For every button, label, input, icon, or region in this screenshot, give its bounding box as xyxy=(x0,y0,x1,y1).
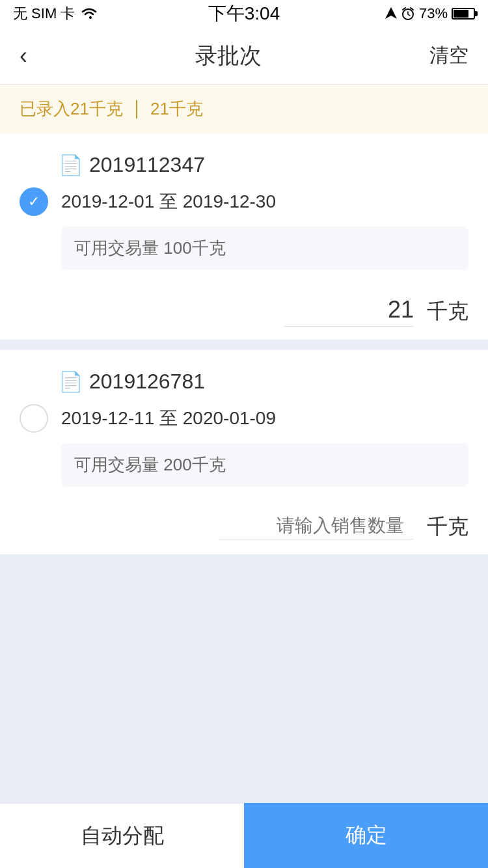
input-line-2 xyxy=(219,539,414,539)
batch-item-2: 📄 2019126781 2019-12-11 至 2020-01-09 可用交… xyxy=(0,350,488,500)
status-time: 下午3:04 xyxy=(208,1,280,26)
banner-divider xyxy=(136,100,137,118)
batch-id-row-1: 📄 2019112347 xyxy=(59,153,468,177)
battery-percent: 73% xyxy=(419,5,448,22)
batch-available-1: 可用交易量 100千克 xyxy=(61,226,468,270)
amount-wrapper-1: 21 xyxy=(284,296,414,327)
batch-date-row-1: ✓ 2019-12-01 至 2019-12-30 xyxy=(20,187,468,216)
status-right: 73% xyxy=(385,5,475,22)
batch-card-2: 📄 2019126781 2019-12-11 至 2020-01-09 可用交… xyxy=(0,350,488,554)
batch-card-1: 📄 2019112347 ✓ 2019-12-01 至 2019-12-30 可… xyxy=(0,133,488,340)
status-bar: 无 SIM 卡 下午3:04 73% xyxy=(0,0,488,27)
back-button[interactable]: ‹ xyxy=(20,42,27,70)
batch-date-1: 2019-12-01 至 2019-12-30 xyxy=(61,189,276,214)
bottom-bar: 自动分配 确定 xyxy=(0,803,488,868)
input-wrapper-2 xyxy=(219,515,414,539)
recorded-label: 已录入21千克 xyxy=(20,98,123,120)
quantity-input-2[interactable] xyxy=(219,515,414,536)
status-left: 无 SIM 卡 xyxy=(13,4,98,23)
input-unit-2: 千克 xyxy=(427,513,468,541)
confirm-button[interactable]: 确定 xyxy=(244,803,488,868)
batch-radio-1[interactable]: ✓ xyxy=(20,187,48,216)
batch-item-1: 📄 2019112347 ✓ 2019-12-01 至 2019-12-30 可… xyxy=(0,133,488,283)
separator-1 xyxy=(0,340,488,350)
batch-date-row-2: 2019-12-11 至 2020-01-09 xyxy=(20,404,468,433)
nav-bar: ‹ 录批次 清空 xyxy=(0,27,488,85)
recorded-value: 21千克 xyxy=(150,98,203,120)
amount-unit-1: 千克 xyxy=(427,297,468,326)
battery-icon xyxy=(452,8,475,20)
location-icon xyxy=(385,7,397,20)
wifi-icon xyxy=(80,7,98,20)
batch-id-row-2: 📄 2019126781 xyxy=(59,370,468,394)
auto-distribute-button[interactable]: 自动分配 xyxy=(0,803,244,868)
main-content: 📄 2019112347 ✓ 2019-12-01 至 2019-12-30 可… xyxy=(0,133,488,868)
batch-available-2: 可用交易量 200千克 xyxy=(61,443,468,487)
batch-radio-2[interactable] xyxy=(20,404,48,433)
info-banner: 已录入21千克 21千克 xyxy=(0,85,488,133)
amount-value-1: 21 xyxy=(388,296,414,323)
check-icon-1: ✓ xyxy=(28,193,40,210)
page-title: 录批次 xyxy=(195,41,262,71)
batch-date-2: 2019-12-11 至 2020-01-09 xyxy=(61,406,276,431)
alarm-icon xyxy=(401,7,415,21)
amount-row-1: 21 千克 xyxy=(0,283,488,340)
carrier-text: 无 SIM 卡 xyxy=(13,4,75,23)
input-row-2: 千克 xyxy=(0,500,488,554)
available-text-1: 可用交易量 100千克 xyxy=(74,238,226,258)
batch-id-text-1: 2019112347 xyxy=(89,153,205,177)
available-text-2: 可用交易量 200千克 xyxy=(74,455,226,474)
batch-icon-2: 📄 xyxy=(59,370,83,393)
batch-id-text-2: 2019126781 xyxy=(89,370,205,394)
batch-icon-1: 📄 xyxy=(59,154,83,176)
amount-line-1 xyxy=(284,326,414,327)
clear-button[interactable]: 清空 xyxy=(429,42,468,69)
